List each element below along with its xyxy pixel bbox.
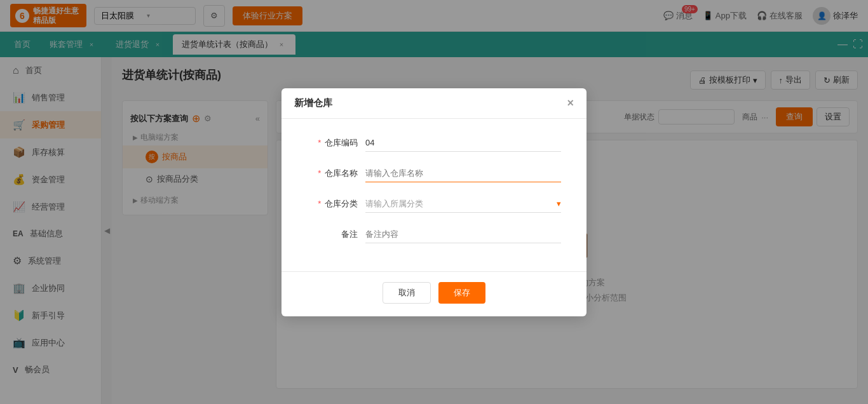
dialog-footer: 取消 保存 <box>281 271 587 316</box>
new-warehouse-dialog: 新增仓库 × * 仓库编码 * 仓库名称 <box>281 88 587 316</box>
required-star-category: * <box>318 199 321 208</box>
form-row-code: * 仓库编码 <box>307 134 561 152</box>
form-row-remark: 备注 <box>307 226 561 243</box>
dialog-body: * 仓库编码 * 仓库名称 * 仓库分类 <box>281 119 587 271</box>
form-row-name: * 仓库名称 <box>307 165 561 182</box>
dialog-header: 新增仓库 × <box>281 88 587 119</box>
required-star-name: * <box>318 168 321 178</box>
form-label-code: * 仓库编码 <box>307 137 358 149</box>
save-button[interactable]: 保存 <box>438 282 485 304</box>
form-row-category: * 仓库分类 请输入所属分类 ▾ <box>307 195 561 213</box>
category-select-wrapper: 请输入所属分类 ▾ <box>365 195 561 213</box>
category-dropdown-icon: ▾ <box>557 199 561 208</box>
form-label-name: * 仓库名称 <box>307 168 358 179</box>
form-label-category: * 仓库分类 <box>307 198 358 210</box>
dialog-overlay: 新增仓库 × * 仓库编码 * 仓库名称 <box>0 0 868 404</box>
warehouse-code-input[interactable] <box>365 134 561 152</box>
remark-input[interactable] <box>365 226 561 243</box>
dialog-close-button[interactable]: × <box>567 97 574 109</box>
cancel-button[interactable]: 取消 <box>383 282 431 304</box>
warehouse-name-input[interactable] <box>365 165 561 182</box>
required-star-code: * <box>318 138 321 147</box>
warehouse-category-select[interactable]: 请输入所属分类 <box>365 199 557 208</box>
form-label-remark: 备注 <box>307 229 358 240</box>
dialog-title: 新增仓库 <box>294 97 332 109</box>
